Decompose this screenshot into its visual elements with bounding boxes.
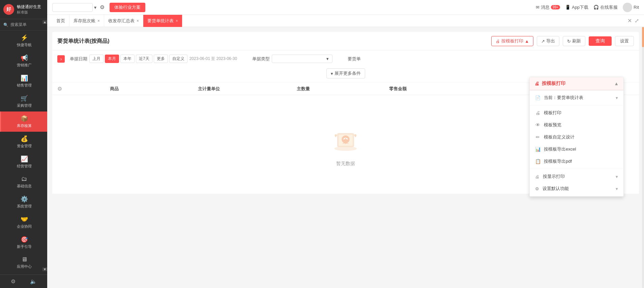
svg-point-3 (342, 135, 349, 143)
sidebar-bottom: ⚙ 🔈 (0, 275, 47, 288)
sidebar-item-marketing[interactable]: 📢 营销推广 (0, 51, 47, 71)
sidebar-item-cooperation[interactable]: 🤝 企业协同 (0, 212, 47, 232)
sidebar-item-search[interactable]: 🔍 搜索菜单 (0, 19, 47, 31)
app-name-text: 畅捷通好生意 标准版 (17, 4, 41, 15)
tab-maximize-btn[interactable]: ⤢ (635, 18, 639, 24)
header-gear-btn[interactable]: ⚙ (100, 4, 105, 10)
table-settings-icon[interactable]: ⚙ (57, 86, 62, 92)
sidebar-item-sales[interactable]: 📊 销售管理 (0, 71, 47, 91)
dropdown-template-preview[interactable]: 👁 模板预览 (530, 119, 623, 131)
filter-row: › 单据日期 上月 本月 本年 近7天 更多 自定义 2023-06-01 至 … (57, 55, 634, 63)
current-template-icon: 📄 (535, 95, 540, 100)
date-btn-current-year[interactable]: 本年 (120, 55, 135, 63)
print-icon: 🖨 (534, 81, 539, 86)
tab-close-all-btn[interactable]: ✕ (627, 18, 632, 24)
date-btn-prev-month[interactable]: 上月 (89, 55, 104, 63)
tab-close-inventory-batch[interactable]: × (97, 19, 100, 23)
settings-btn[interactable]: 设置 (615, 36, 634, 46)
tab-close-requisition-stats[interactable]: × (176, 19, 178, 23)
date-btn-more[interactable]: 更多 (154, 55, 168, 63)
online-service-action[interactable]: 🎧 在线客服 (593, 4, 618, 10)
trial-btn[interactable]: 体验行业方案 (110, 3, 145, 12)
sound-icon[interactable]: 🔈 (30, 278, 37, 285)
user-avatar-action[interactable]: Rit (623, 3, 639, 12)
expand-btn[interactable]: ▾ 展开更多条件 (326, 68, 365, 78)
query-btn[interactable]: 查询 (589, 36, 612, 46)
export-icon: ↗ (541, 39, 545, 44)
sidebar-item-app-center[interactable]: 🖥 应用中心 (0, 253, 47, 273)
basics-icon: 🗂 (21, 175, 27, 183)
tab-requisition-stats[interactable]: 要货单统计表 × (143, 15, 182, 27)
sidebar-item-operations[interactable]: 📈 经营管理 (0, 152, 47, 172)
date-shortcuts: 上月 本月 本年 近7天 更多 自定义 (89, 55, 187, 63)
col-retail-amount: 零售金额 (351, 86, 445, 92)
page-header: 要货单统计表(按商品) 🖨 按模板打印 ▲ ↗ 导出 ↻ 刷新 查询 设置 (52, 32, 639, 51)
tab-inventory-batch[interactable]: 库存批次账 × (69, 15, 104, 27)
app-logo: 好 畅捷通好生意 标准版 (0, 0, 47, 19)
date-btn-current-month[interactable]: 本月 (105, 55, 119, 63)
download-icon: 📱 (565, 5, 570, 10)
sidebar-scroll-down[interactable]: ▼ (42, 267, 47, 271)
dropdown-collapse-btn[interactable]: ▲ (614, 81, 619, 86)
newbie-icon: 🎯 (21, 236, 28, 243)
print-template-btn[interactable]: 🖨 按模板打印 ▲ (491, 36, 533, 46)
message-action[interactable]: ✉ 消息 99+ (536, 4, 560, 10)
dropdown-set-default[interactable]: ⚙ 设置默认功能 ▾ (530, 183, 623, 195)
export-btn[interactable]: ↗ 导出 (537, 36, 559, 46)
chevron-down-icon: ▾ (326, 56, 329, 61)
finance-icon: 💰 (21, 135, 28, 142)
app-download-action[interactable]: 📱 App下载 (565, 4, 588, 10)
set-default-expand-icon: ▾ (616, 186, 618, 191)
header-right: ✉ 消息 99+ 📱 App下载 🎧 在线客服 Rit (536, 3, 639, 12)
app-center-icon: 🖥 (21, 256, 27, 263)
settings-icon[interactable]: ⚙ (11, 278, 16, 285)
order-goods-filter: 要货单 (348, 56, 361, 62)
date-range: 2023-06-01 至 2023-06-30 (189, 56, 237, 62)
tab-collection-summary[interactable]: 收发存汇总表 × (104, 15, 143, 27)
refresh-btn[interactable]: ↻ 刷新 (563, 36, 585, 46)
pdf-icon: 📋 (535, 159, 540, 164)
message-badge: 99+ (551, 5, 560, 9)
sidebar-item-finance[interactable]: 💰 资金管理 (0, 132, 47, 152)
template-preview-icon: 👁 (535, 122, 540, 128)
sidebar-item-quick-nav[interactable]: ⚡ 快捷导航 (0, 31, 47, 51)
dropdown-display-print[interactable]: 🖨 按显示打印 ▾ (530, 170, 623, 183)
breadcrumb-input[interactable] (52, 3, 93, 12)
quick-nav-icon: ⚡ (21, 34, 28, 41)
scrollbar-thumb[interactable] (642, 27, 644, 47)
header-left: ▾ ⚙ 体验行业方案 (52, 3, 536, 12)
sidebar-item-system[interactable]: ⚙️ 系统管理 (0, 192, 47, 212)
empty-text: 暂无数据 (336, 161, 355, 167)
breadcrumb-dropdown-btn[interactable]: ▾ (94, 5, 96, 10)
sidebar-item-inventory[interactable]: 📦 库存核算 (0, 111, 47, 132)
display-print-icon: 🖨 (535, 174, 539, 179)
tab-bar: 首页 库存批次账 × 收发存汇总表 × 要货单统计表 × ✕ ⤢ (47, 15, 644, 27)
chevron-up-icon: ▲ (525, 39, 529, 44)
sidebar-item-newbie[interactable]: 🎯 新手引导 (0, 232, 47, 253)
chevron-down-icon-expand: ▾ (331, 71, 333, 76)
date-btn-last7days[interactable]: 近7天 (136, 55, 152, 63)
col-goods: 商品 (67, 86, 162, 92)
main-area: ▾ ⚙ 体验行业方案 ✉ 消息 99+ 📱 App下载 🎧 在线客服 Rit (47, 0, 644, 288)
dropdown-template-print[interactable]: 🖨 模板打印 (530, 107, 623, 119)
tab-home[interactable]: 首页 (52, 15, 69, 27)
tab-close-collection-summary[interactable]: × (137, 19, 139, 23)
filter-toggle-btn[interactable]: › (57, 55, 65, 63)
order-type-select[interactable]: ▾ (272, 55, 332, 63)
order-type-filter: 单据类型 ▾ (252, 55, 332, 63)
dropdown-current-left: 📄 当前：要货单统计表 (535, 95, 583, 101)
marketing-icon: 📢 (21, 54, 28, 62)
date-btn-custom[interactable]: 自定义 (169, 55, 187, 63)
sidebar-scroll-up[interactable]: ▲ (42, 20, 47, 24)
sidebar: 好 畅捷通好生意 标准版 🔍 搜索菜单 ⚡ 快捷导航 📢 营销推广 📊 销售管理… (0, 0, 47, 288)
set-default-icon: ⚙ (535, 186, 539, 191)
dropdown-template-export-pdf[interactable]: 📋 按模板导出pdf (530, 155, 623, 167)
sidebar-item-purchase[interactable]: 🛒 采购管理 (0, 91, 47, 111)
dropdown-template-export-excel[interactable]: 📊 按模板导出excel (530, 143, 623, 155)
dropdown-extra-section: 🖨 按显示打印 ▾ ⚙ 设置默认功能 ▾ (530, 169, 623, 196)
sales-icon: 📊 (21, 74, 28, 82)
dropdown-template-custom[interactable]: ✏ 模板自定义设计 (530, 131, 623, 143)
dropdown-current-template[interactable]: 📄 当前：要货单统计表 ▾ (530, 92, 623, 104)
template-print-icon: 🖨 (535, 110, 540, 116)
sidebar-item-basics[interactable]: 🗂 基础信息 (0, 172, 47, 192)
